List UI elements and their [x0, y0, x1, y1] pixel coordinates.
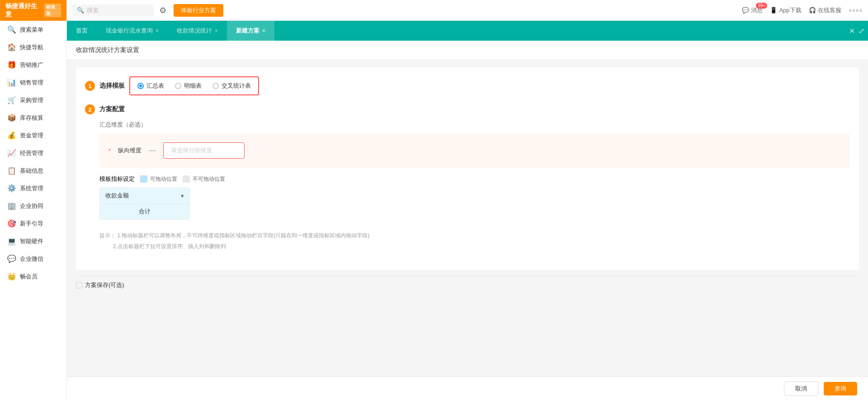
- sidebar-item-inventory[interactable]: 📦 库存核算: [0, 109, 66, 127]
- radio-cross-circle: [212, 83, 219, 89]
- user-avatar: ●●●●: [849, 7, 863, 14]
- legend-draggable-color: [140, 175, 147, 183]
- query-button[interactable]: 查询: [824, 382, 857, 395]
- settings-panel: 1 选择模板 汇总表 明细表: [76, 67, 859, 270]
- sidebar-item-label: 企业协同: [20, 202, 43, 210]
- sidebar-item-smart-hw[interactable]: 💻 智能硬件: [0, 232, 66, 250]
- message-btn[interactable]: 💬 消息 99+: [742, 6, 763, 14]
- tab-bank-flow-close[interactable]: ×: [156, 28, 159, 34]
- sidebar-item-label: 采购管理: [20, 96, 43, 104]
- dimension-area: * 纵向维度 — 请选择分组维度: [99, 133, 850, 168]
- page-content: 收款情况统计方案设置 1 选择模板 汇总表: [67, 41, 868, 400]
- sidebar-item-member[interactable]: 👑 畅会员: [0, 268, 66, 285]
- sidebar-item-guide[interactable]: 🎯 新手引导: [0, 215, 66, 232]
- sidebar-item-label: 销售管理: [20, 79, 43, 87]
- page-header: 收款情况统计方案设置: [67, 41, 868, 60]
- sales-icon: 📊: [7, 78, 16, 87]
- version-tag: 标准版: [44, 4, 61, 17]
- tab-new-plan-close[interactable]: ×: [262, 28, 265, 34]
- radio-summary-circle: [137, 83, 144, 89]
- search-bar[interactable]: 🔍 搜索: [72, 5, 154, 16]
- smart-hw-icon: 💻: [7, 237, 16, 245]
- inventory-icon: 📦: [7, 113, 16, 122]
- user-menu[interactable]: ●●●●: [849, 7, 863, 14]
- metrics-label-row: 模板指标设定 可拖动位置 不可拖动位置: [99, 175, 850, 183]
- metrics-table-cell: 合计: [100, 204, 189, 219]
- step1-label: 选择模板: [99, 82, 125, 90]
- gear-icon[interactable]: ⚙: [157, 5, 168, 15]
- close-window-icon[interactable]: ✕: [849, 27, 855, 35]
- sidebar-item-sales[interactable]: 📊 销售管理: [0, 74, 66, 91]
- sidebar-item-label: 系统管理: [20, 184, 43, 193]
- sidebar-item-finance[interactable]: 💰 资金管理: [0, 127, 66, 144]
- sidebar-item-label: 搜索菜单: [20, 26, 43, 34]
- sidebar-item-wechat[interactable]: 💬 企业微信: [0, 250, 66, 268]
- sidebar-item-label: 基础信息: [20, 167, 43, 175]
- metrics-section-label: 模板指标设定: [99, 175, 135, 183]
- dimension-arrow: —: [149, 146, 156, 155]
- legend-nodrag-color: [183, 175, 190, 183]
- sidebar-item-label: 智能硬件: [20, 237, 43, 245]
- metrics-table-header[interactable]: 收款金额 ▾: [100, 188, 189, 204]
- tab-bank-flow[interactable]: 现金银行流水查询 ×: [97, 21, 168, 41]
- sidebar-item-label: 经营管理: [20, 149, 43, 157]
- search-placeholder: 搜索: [87, 6, 99, 14]
- tabbar: 首页 现金银行流水查询 × 收款情况统计 × 新建方案 × ✕ ⤢: [67, 21, 868, 41]
- support-icon: 🎧: [809, 7, 816, 14]
- tab-home[interactable]: 首页: [67, 21, 97, 41]
- tab-collection-stat-label: 收款情况统计: [177, 27, 212, 35]
- member-icon: 👑: [7, 272, 16, 281]
- topbar-right: 💬 消息 99+ 📱 App下载 🎧 在线客服 ●●●●: [742, 6, 863, 14]
- sidebar-item-marketing[interactable]: 🎁 营销推广: [0, 56, 66, 74]
- radio-cross[interactable]: 交叉统计表: [212, 82, 251, 90]
- tab-bank-flow-label: 现金银行流水查询: [106, 27, 153, 35]
- radio-detail-label: 明细表: [184, 82, 202, 90]
- step2-number: 2: [85, 104, 95, 114]
- save-section: 方案保存(可选): [76, 275, 859, 295]
- maximize-window-icon[interactable]: ⤢: [859, 27, 864, 35]
- legend-nodrag: 不可拖动位置: [183, 175, 225, 183]
- dimension-row: * 纵向维度 — 请选择分组维度: [108, 142, 841, 159]
- basic-info-icon: 📋: [7, 166, 16, 175]
- save-checkbox[interactable]: 方案保存(可选): [76, 281, 859, 289]
- enterprise-icon: 🏢: [7, 202, 16, 210]
- tips-section: 提示： 1.拖动标题栏可以调整布局，不可跨维度或指标区域拖动栏目字段(只能在同一…: [99, 230, 850, 252]
- search-icon: 🔍: [77, 7, 84, 14]
- radio-cross-label: 交叉统计表: [222, 82, 251, 90]
- sidebar-item-search-menu[interactable]: 🔍 搜索菜单: [0, 21, 66, 38]
- sidebar-item-basic-info[interactable]: 📋 基础信息: [0, 162, 66, 179]
- radio-summary-label: 汇总表: [146, 82, 164, 90]
- step1-section: 1 选择模板 汇总表 明细表: [85, 76, 850, 95]
- legend-nodrag-label: 不可拖动位置: [193, 175, 225, 183]
- app-download-btn[interactable]: 📱 App下载: [770, 6, 801, 14]
- radio-detail-circle: [175, 83, 181, 89]
- sidebar: 畅捷通好生意 标准版 🔍 搜索菜单 🏠 快捷导航 🎁 营销推广 📊 销售管理 🛒…: [0, 0, 67, 400]
- save-checkbox-box[interactable]: [76, 282, 82, 288]
- finance-icon: 💰: [7, 131, 16, 140]
- sidebar-item-system[interactable]: ⚙️ 系统管理: [0, 179, 66, 197]
- sidebar-item-operation[interactable]: 📈 经营管理: [0, 144, 66, 162]
- sidebar-item-quick-nav[interactable]: 🏠 快捷导航: [0, 38, 66, 56]
- sidebar-item-purchase[interactable]: 🛒 采购管理: [0, 91, 66, 109]
- save-checkbox-label: 方案保存(可选): [85, 281, 124, 289]
- tip2: 2.点击标题栏下拉可设置排序、插入列和删除列: [99, 241, 850, 252]
- metrics-dropdown-icon[interactable]: ▾: [181, 193, 184, 199]
- tab-collection-stat[interactable]: 收款情况统计 ×: [168, 21, 227, 41]
- tab-collection-stat-close[interactable]: ×: [215, 28, 218, 34]
- sidebar-item-label: 企业微信: [20, 255, 43, 263]
- step1-number: 1: [85, 81, 95, 91]
- industry-btn[interactable]: 体验行业方案: [174, 4, 223, 17]
- tab-new-plan[interactable]: 新建方案 ×: [227, 21, 274, 41]
- tip2-text: 2.点击标题栏下拉可设置排序、插入列和删除列: [113, 243, 226, 249]
- radio-detail[interactable]: 明细表: [175, 82, 202, 90]
- logo-text: 畅捷通好生意: [5, 2, 42, 19]
- app-download-icon: 📱: [770, 7, 777, 14]
- cancel-button[interactable]: 取消: [784, 381, 818, 396]
- online-support-btn[interactable]: 🎧 在线客服: [809, 6, 841, 14]
- radio-summary[interactable]: 汇总表: [137, 82, 164, 90]
- sidebar-item-label: 资金管理: [20, 132, 43, 140]
- dimension-select[interactable]: 请选择分组维度: [163, 142, 245, 159]
- template-radio-group: 汇总表 明细表 交叉统计表: [129, 76, 259, 95]
- sidebar-item-enterprise[interactable]: 🏢 企业协同: [0, 197, 66, 215]
- tip1-text: 1.拖动标题栏可以调整布局，不可跨维度或指标区域拖动栏目字段(只能在同一维度或指…: [117, 232, 369, 239]
